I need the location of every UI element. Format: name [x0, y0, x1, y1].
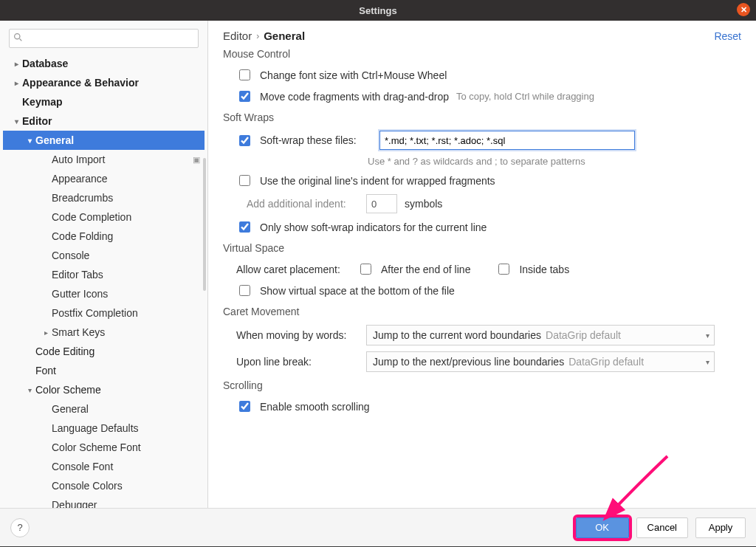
dropdown-by-words-value: Jump to the current word boundaries — [373, 329, 541, 341]
label-inside-tabs[interactable]: Inside tabs — [519, 264, 569, 275]
hint-move-code: To copy, hold Ctrl while dragging — [456, 91, 594, 102]
dropdown-by-words[interactable]: Jump to the current word boundaries Data… — [366, 325, 715, 345]
main-scroll[interactable]: Mouse Control Change font size with Ctrl… — [208, 47, 756, 508]
sidebar-item[interactable]: ▾General — [3, 131, 205, 150]
sidebar-item-label: Appearance — [52, 173, 205, 185]
ok-button[interactable]: OK — [576, 517, 629, 538]
tree-arrow-icon: ▾ — [24, 386, 35, 394]
label-after-eol[interactable]: After the end of line — [381, 264, 470, 275]
settings-tree[interactable]: ▸Database▸Appearance & BehaviorKeymap▾Ed… — [3, 54, 205, 508]
breadcrumb: Editor › General Reset — [208, 21, 756, 47]
chevron-down-icon: ▾ — [706, 358, 709, 366]
label-add-indent: Add additional indent: — [247, 198, 359, 210]
sidebar-item[interactable]: General — [3, 399, 205, 419]
sidebar-item[interactable]: Language Defaults — [3, 419, 205, 438]
tree-scrollbar[interactable] — [203, 158, 206, 291]
svg-point-0 — [15, 34, 20, 39]
help-button[interactable]: ? — [10, 518, 30, 537]
search-input[interactable] — [9, 29, 199, 48]
sidebar-item[interactable]: ▾Color Scheme — [3, 380, 205, 399]
sidebar-item-label: General — [35, 134, 205, 146]
label-move-code[interactable]: Move code fragments with drag-and-drop — [260, 91, 449, 103]
checkbox-inside-tabs[interactable] — [498, 264, 509, 275]
sidebar-item[interactable]: Editor Tabs — [3, 265, 205, 284]
sidebar-item[interactable]: ▸Smart Keys — [3, 323, 205, 342]
main-panel: Editor › General Reset Mouse Control Cha… — [208, 21, 756, 508]
sidebar-item-label: Color Scheme — [35, 384, 205, 396]
sidebar-item[interactable]: ▸Appearance & Behavior — [3, 73, 205, 92]
label-virtual-bottom[interactable]: Show virtual space at the bottom of the … — [260, 285, 455, 297]
sidebar-item[interactable]: ▾Editor — [3, 111, 205, 131]
dropdown-line-break-value: Jump to the next/previous line boundarie… — [373, 356, 564, 368]
section-caret-movement: Caret Movement — [223, 306, 741, 317]
checkbox-change-font[interactable] — [239, 69, 250, 80]
sidebar-item[interactable]: Code Editing — [3, 342, 205, 361]
sidebar-item-label: Code Editing — [35, 345, 205, 357]
sidebar-item[interactable]: Debugger — [3, 495, 205, 508]
label-change-font[interactable]: Change font size with Ctrl+Mouse Wheel — [260, 69, 447, 81]
sidebar-item[interactable]: Gutter Icons — [3, 284, 205, 303]
sidebar-item-label: General — [52, 403, 205, 415]
sidebar-item[interactable]: ▸Database — [3, 54, 205, 73]
window-body: ▸Database▸Appearance & BehaviorKeymap▾Ed… — [0, 21, 756, 508]
hint-wildcards: Use * and ? as wildcards and ; to separa… — [368, 156, 741, 167]
label-line-break: Upon line break: — [236, 356, 359, 368]
bottom-bar: ? OK Cancel Apply — [0, 508, 756, 546]
tree-arrow-icon: ▾ — [24, 137, 35, 145]
checkbox-only-current-line[interactable] — [239, 221, 250, 233]
search-wrap — [3, 29, 205, 54]
sidebar-item-label: Editor — [22, 115, 205, 127]
titlebar: Settings ✕ — [0, 0, 756, 21]
input-soft-wrap-patterns[interactable] — [379, 131, 635, 150]
tree-arrow-icon: ▸ — [10, 79, 22, 87]
sidebar-item[interactable]: Keymap — [3, 92, 205, 111]
sidebar-item-label: Appearance & Behavior — [22, 77, 205, 89]
sidebar-item[interactable]: Breadcrumbs — [3, 188, 205, 207]
sidebar-item[interactable]: Console — [3, 246, 205, 265]
sidebar-item[interactable]: Postfix Completion — [3, 303, 205, 323]
label-by-words: When moving by words: — [236, 329, 359, 341]
sidebar-item-label: Font — [35, 365, 205, 376]
sidebar-item[interactable]: Console Colors — [3, 476, 205, 495]
checkbox-original-indent[interactable] — [239, 175, 250, 186]
sidebar-item-label: Language Defaults — [52, 422, 205, 434]
dropdown-line-break-sub: DataGrip default — [568, 356, 644, 368]
sidebar-item-label: Code Folding — [52, 230, 205, 242]
tree-arrow-icon: ▸ — [10, 60, 22, 68]
sidebar-item-label: Console — [52, 250, 205, 261]
dropdown-line-break[interactable]: Jump to the next/previous line boundarie… — [366, 351, 715, 372]
cancel-button[interactable]: Cancel — [636, 517, 688, 538]
sidebar-item-label: Console Colors — [52, 480, 205, 492]
section-soft-wraps: Soft Wraps — [223, 111, 741, 123]
crumb-editor[interactable]: Editor — [223, 30, 252, 42]
sidebar-item[interactable]: Code Completion — [3, 207, 205, 227]
checkbox-virtual-bottom[interactable] — [239, 285, 250, 296]
sidebar-item[interactable]: Color Scheme Font — [3, 438, 205, 457]
sidebar-item[interactable]: Appearance — [3, 169, 205, 188]
checkbox-move-code[interactable] — [239, 91, 250, 102]
crumb-general: General — [264, 30, 305, 42]
search-icon — [13, 32, 23, 44]
sidebar-item[interactable]: Font — [3, 361, 205, 380]
sidebar-item[interactable]: Auto Import▣ — [3, 150, 205, 169]
checkbox-after-eol[interactable] — [360, 264, 371, 275]
sidebar-item[interactable]: Code Folding — [3, 227, 205, 246]
input-add-indent[interactable] — [366, 194, 397, 213]
dropdown-by-words-sub: DataGrip default — [546, 329, 621, 341]
apply-button[interactable]: Apply — [695, 517, 746, 538]
checkbox-smooth-scroll[interactable] — [239, 401, 250, 412]
label-smooth-scroll[interactable]: Enable smooth scrolling — [260, 401, 370, 413]
close-icon[interactable]: ✕ — [737, 3, 750, 16]
sidebar-item-label: Code Completion — [52, 211, 205, 223]
sidebar-item[interactable]: Console Font — [3, 457, 205, 476]
label-soft-wrap[interactable]: Soft-wrap these files: — [260, 134, 372, 146]
label-original-indent[interactable]: Use the original line's indent for wrapp… — [260, 175, 495, 187]
chevron-right-icon: › — [256, 31, 259, 41]
sidebar-item-label: Debugger — [52, 499, 205, 508]
label-symbols: symbols — [405, 198, 442, 210]
sidebar-item-label: Database — [22, 58, 205, 69]
label-only-current-line[interactable]: Only show soft-wrap indicators for the c… — [260, 221, 487, 233]
reset-link[interactable]: Reset — [714, 30, 741, 42]
sidebar: ▸Database▸Appearance & BehaviorKeymap▾Ed… — [0, 21, 208, 508]
checkbox-soft-wrap[interactable] — [239, 135, 250, 146]
